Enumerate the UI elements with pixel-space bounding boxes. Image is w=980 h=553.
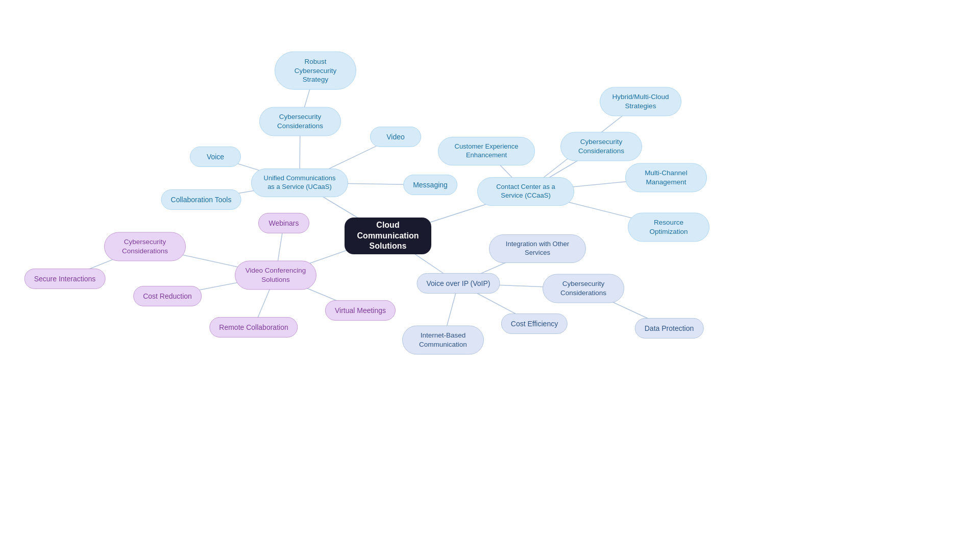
- node-resource_opt: Resource Optimization: [628, 212, 709, 242]
- node-cyber_vcs: Cybersecurity Considerations: [104, 232, 186, 261]
- node-integration: Integration with Other Services: [489, 234, 586, 263]
- node-internet_comm: Internet-Based Communication: [402, 325, 484, 354]
- node-video: Video: [370, 127, 421, 147]
- node-robust_cyber: Robust Cybersecurity Strategy: [275, 52, 356, 90]
- node-secure_int: Secure Interactions: [24, 269, 106, 289]
- node-voice: Voice: [190, 147, 241, 167]
- node-hybrid_cloud: Hybrid/Multi-Cloud Strategies: [600, 87, 681, 116]
- node-vcs: Video Conferencing Solutions: [235, 260, 316, 290]
- node-multichannel: Multi-Channel Management: [625, 163, 707, 192]
- mind-map: Cloud Communication SolutionsUnified Com…: [0, 0, 980, 553]
- node-cx: Customer Experience Enhancement: [438, 137, 535, 165]
- node-virtual_meetings: Virtual Meetings: [325, 300, 396, 321]
- node-cost_reduction: Cost Reduction: [133, 286, 202, 306]
- node-cyber_ucaas: Cybersecurity Considerations: [259, 107, 341, 136]
- node-voip: Voice over IP (VoIP): [416, 273, 500, 294]
- center-node: Cloud Communication Solutions: [345, 218, 431, 254]
- node-cyber_ccaas: Cybersecurity Considerations: [560, 132, 642, 161]
- node-collab: Collaboration Tools: [161, 189, 241, 210]
- node-ucaas: Unified Communications as a Service (UCa…: [251, 169, 348, 197]
- node-ccaas: Contact Center as a Service (CCaaS): [477, 177, 574, 206]
- node-data_prot: Data Protection: [635, 318, 704, 339]
- node-cyber_voip: Cybersecurity Considerations: [543, 274, 624, 303]
- node-remote_collab: Remote Collaboration: [209, 317, 298, 338]
- node-webinars: Webinars: [258, 213, 309, 233]
- node-messaging: Messaging: [403, 175, 457, 195]
- node-cost_eff: Cost Efficiency: [501, 314, 568, 334]
